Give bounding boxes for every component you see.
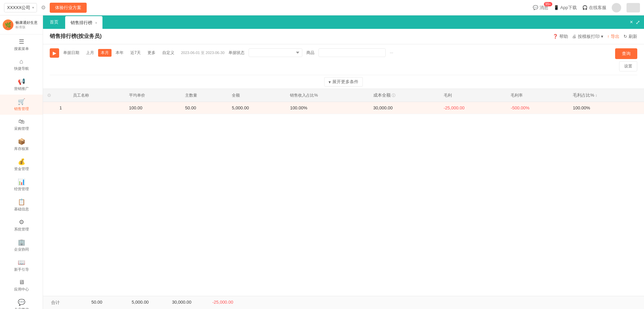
print-dropdown-icon: ▾ — [601, 34, 603, 39]
cell-avg-price: 100.00 — [125, 102, 181, 114]
tab-home[interactable]: 首页 — [43, 15, 65, 29]
top-bar: XXXXX公司 ▾ ⚙ 体验行业方案 💬 消息 99+ 📱 App下载 🎧 在线… — [0, 0, 644, 15]
tab-close-icon[interactable]: × — [95, 21, 97, 25]
cell-rank: 1 — [55, 102, 69, 114]
date-range: 2023-06-01 至 2023-06-30 — [181, 50, 225, 55]
user-menu[interactable] — [627, 3, 640, 12]
home-icon: ⌂ — [19, 58, 23, 65]
gear-icon[interactable]: ⚙ — [40, 3, 47, 12]
gross-pct-info-icon[interactable]: ↕ — [595, 93, 597, 97]
sidebar-item-label: 采购管理 — [14, 126, 29, 131]
system-icon: ⚙ — [19, 218, 24, 226]
refresh-icon: ↻ — [624, 34, 627, 39]
window-expand-icon[interactable]: ⤢ — [636, 19, 640, 25]
sales-icon: 🛒 — [18, 98, 25, 105]
sidebar-item-label: 库存核算 — [14, 146, 29, 151]
more-filter-icon[interactable]: ··· — [390, 50, 393, 55]
date-btn-more[interactable]: 更多 — [145, 49, 158, 57]
window-close-icon[interactable]: × — [630, 19, 633, 25]
sidebar-item-finance[interactable]: 💰 资金管理 — [0, 155, 43, 175]
logo-icon: 🌿 — [3, 19, 13, 30]
table-container: ⚙ 员工名称 平均单价 主数量 全额 销售收入占比% 成本全额 ⓘ — [43, 89, 644, 296]
sidebar-item-label: 企业协同 — [14, 247, 29, 252]
sidebar-item-enterprise-collab[interactable]: 🏢 企业协同 — [0, 235, 43, 255]
status-select[interactable] — [249, 48, 302, 57]
col-sales-pct: 销售收入占比% — [286, 89, 369, 102]
trial-button[interactable]: 体验行业方案 — [50, 3, 87, 13]
date-label: 单据日期 — [63, 50, 79, 56]
sidebar-item-operations[interactable]: 📊 经营管理 — [0, 175, 43, 195]
sidebar-item-app-center[interactable]: 🖥 应用中心 — [0, 275, 43, 295]
app-download-button[interactable]: 📱 App下载 — [554, 5, 577, 11]
col-amount: 全额 — [228, 89, 286, 102]
logo-badge: 标准版 — [15, 25, 38, 30]
goods-label: 商品 — [306, 50, 314, 56]
inventory-icon: 📦 — [18, 138, 25, 145]
sidebar-item-quick-nav[interactable]: ⌂ 快捷导航 — [0, 55, 43, 74]
cell-qty: 50.00 — [181, 102, 228, 114]
cost-info-icon[interactable]: ⓘ — [392, 93, 395, 97]
sidebar-item-enterprise-wechat[interactable]: 💬 企业微信 — [0, 295, 43, 309]
service-icon: 🎧 — [582, 5, 588, 10]
sidebar-item-inventory[interactable]: 📦 库存核算 — [0, 135, 43, 155]
search-menu-icon: ☰ — [19, 38, 24, 45]
sidebar-item-basic-info[interactable]: 📋 基础信息 — [0, 195, 43, 215]
template-print-button[interactable]: 🖨 按模板打印 ▾ — [572, 34, 603, 40]
operations-icon: 📊 — [18, 178, 25, 186]
filter-toggle-arrow[interactable]: ▶ — [50, 48, 59, 58]
help-button[interactable]: ❓ 帮助 — [553, 34, 568, 40]
sidebar-item-new-guide[interactable]: 📖 新手引导 — [0, 255, 43, 275]
sidebar-item-label: 营销推广 — [14, 86, 29, 91]
date-btn-this-month[interactable]: 本月 — [98, 49, 112, 57]
export-button[interactable]: ↑ 导出 — [607, 34, 620, 40]
page-actions: ❓ 帮助 🖨 按模板打印 ▾ ↑ 导出 ↻ 刷新 — [553, 34, 638, 40]
sales-ranking-table: ⚙ 员工名称 平均单价 主数量 全额 销售收入占比% 成本全额 ⓘ — [43, 89, 644, 114]
sidebar-item-system[interactable]: ⚙ 系统管理 — [0, 215, 43, 235]
sidebar-item-label: 应用中心 — [14, 287, 29, 292]
sidebar-item-label: 搜索菜单 — [14, 46, 29, 51]
query-button[interactable]: 查询 — [615, 48, 637, 59]
cell-gross: -25,000.00 — [440, 102, 507, 114]
filter-action-row: ▶ 单据日期 上月 本月 本年 近7天 更多 自定义 2023-06-01 至 … — [50, 48, 637, 71]
cell-gross-pct: 100.00% — [569, 102, 644, 114]
marketing-icon: 📢 — [18, 78, 25, 85]
avatar[interactable] — [612, 3, 621, 12]
refresh-button[interactable]: ↻ 刷新 — [624, 34, 637, 40]
app-icon: 📱 — [554, 5, 559, 10]
message-button[interactable]: 💬 消息 99+ — [533, 5, 548, 11]
tab-sales-ranking[interactable]: 销售排行榜 × — [65, 16, 102, 30]
tab-bar-right: × ⤢ — [626, 19, 644, 25]
top-bar-right: 💬 消息 99+ 📱 App下载 🎧 在线客服 — [533, 3, 640, 12]
col-avg-price: 平均单价 — [125, 89, 181, 102]
col-rank — [55, 89, 69, 102]
logo-text-block: 畅康通好生意 标准版 — [15, 20, 38, 30]
date-btn-7days[interactable]: 近7天 — [128, 49, 143, 57]
settings-button[interactable]: 设置 — [619, 61, 637, 71]
sidebar-item-marketing[interactable]: 📢 营销推广 — [0, 74, 43, 95]
filter-block: ▶ 单据日期 上月 本月 本年 近7天 更多 自定义 2023-06-01 至 … — [43, 44, 644, 89]
sidebar-item-label: 企业微信 — [14, 307, 29, 309]
app-center-icon: 🖥 — [18, 279, 25, 286]
basic-info-icon: 📋 — [18, 198, 25, 206]
page-header: 销售排行榜(按业务员) ❓ 帮助 🖨 按模板打印 ▾ ↑ 导出 — [43, 29, 644, 44]
goods-input[interactable] — [318, 48, 386, 57]
sidebar-item-label: 快捷导航 — [14, 66, 29, 71]
expand-conditions-button[interactable]: ▾ 展开更多条件 — [324, 77, 363, 87]
date-btn-this-year[interactable]: 本年 — [113, 49, 126, 57]
date-btn-custom[interactable]: 自定义 — [160, 49, 177, 57]
company-selector[interactable]: XXXXX公司 ▾ — [4, 3, 37, 12]
sidebar-item-purchase[interactable]: 🛍 采购管理 — [0, 115, 43, 135]
online-service-button[interactable]: 🎧 在线客服 — [582, 5, 606, 11]
col-qty: 主数量 — [181, 89, 228, 102]
sidebar-item-label: 新手引导 — [14, 267, 29, 272]
sidebar-item-label: 经营管理 — [14, 187, 29, 192]
expand-row: ▾ 展开更多条件 — [50, 75, 637, 89]
message-icon: 💬 — [533, 5, 538, 10]
footer-amount: 5,000.00 — [128, 300, 168, 306]
sidebar-item-search[interactable]: ☰ 搜索菜单 — [0, 35, 43, 55]
date-btn-last-month[interactable]: 上月 — [83, 49, 97, 57]
sidebar: 🌿 畅康通好生意 标准版 ☰ 搜索菜单 ⌂ 快捷导航 📢 营销推广 🛒 销售管理… — [0, 15, 43, 309]
column-settings-icon[interactable]: ⚙ — [47, 93, 51, 98]
sidebar-item-sales[interactable]: 🛒 销售管理 — [0, 95, 43, 115]
tab-label: 销售排行榜 — [71, 20, 92, 26]
